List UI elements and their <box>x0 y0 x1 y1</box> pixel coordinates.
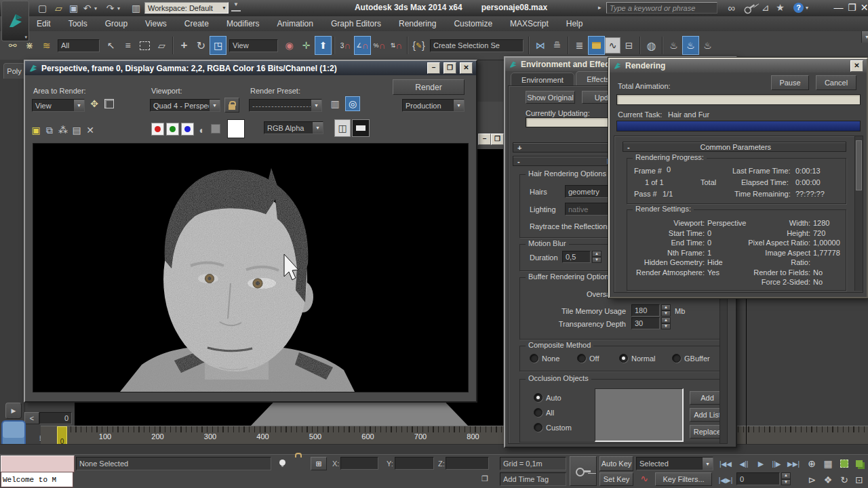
search-input[interactable]: Type a keyword or phrase <box>606 2 717 14</box>
pan-view-icon[interactable] <box>821 470 835 488</box>
keyboard-override-icon[interactable] <box>315 36 332 55</box>
occlusion-objects-listbox[interactable] <box>595 388 684 442</box>
search-collapse-icon[interactable] <box>598 4 601 11</box>
display-channel-dropdown[interactable]: RGB Alpha ▼ <box>264 121 323 134</box>
project-folder-icon[interactable] <box>127 0 144 18</box>
menu-edit[interactable]: Edit <box>33 18 55 30</box>
area-dropdown-arrow-icon[interactable]: ▼ <box>73 100 84 111</box>
snapshot-icon[interactable] <box>345 96 360 111</box>
binoculars-icon[interactable] <box>723 0 740 17</box>
maximize-viewport-toggle-icon[interactable] <box>852 470 867 488</box>
workspace-flyout-icon[interactable] <box>231 0 241 12</box>
render-production-icon[interactable] <box>699 36 716 55</box>
window-crossing-icon[interactable] <box>153 36 170 55</box>
material-editor-icon[interactable] <box>643 36 660 55</box>
use-pivot-center-icon[interactable] <box>281 36 298 55</box>
add-time-tag-field[interactable]: Add Time Tag <box>500 472 566 486</box>
select-and-rotate-icon[interactable] <box>193 36 210 55</box>
show-original-button[interactable]: Show Original <box>526 91 575 104</box>
duration-field[interactable]: 0,5 <box>562 251 591 263</box>
current-frame-field[interactable]: 0 <box>736 472 780 485</box>
align-icon[interactable] <box>549 36 566 55</box>
render-preset-dropdown[interactable]: ------------------- ▼ <box>249 99 322 112</box>
select-and-manipulate-icon[interactable] <box>298 36 315 55</box>
rfw-minimize-icon[interactable] <box>427 62 440 74</box>
area-to-render-dropdown[interactable]: View ▼ <box>32 99 85 112</box>
rfw-close-icon[interactable] <box>460 62 473 74</box>
menu-group[interactable]: Group <box>101 18 132 30</box>
save-image-icon[interactable] <box>29 121 43 140</box>
menu-modifiers[interactable]: Modifiers <box>222 18 264 30</box>
copy-image-icon[interactable] <box>43 121 56 140</box>
rfw-titlebar[interactable]: Perspective, frame 0, Display Gamma: 2,2… <box>25 61 476 75</box>
bind-to-spacewarp-icon[interactable] <box>38 36 55 55</box>
angle-snap-icon[interactable] <box>354 36 371 55</box>
workspace-arrow-icon[interactable]: ▼ <box>222 5 226 10</box>
orbit-view-icon[interactable] <box>837 470 852 488</box>
tile-memory-spinner[interactable]: ▲▼ <box>661 304 671 317</box>
percent-snap-icon[interactable]: % <box>371 36 388 55</box>
composite-none-radio[interactable]: None <box>530 354 559 363</box>
select-object-icon[interactable] <box>102 36 119 55</box>
key-mode-arrow-icon[interactable]: ▼ <box>702 458 713 470</box>
selection-set-arrow-icon[interactable]: ▼ <box>861 31 868 43</box>
time-slider-handle[interactable]: 0 <box>57 426 67 445</box>
alpha-channel-button[interactable] <box>211 124 220 134</box>
layer-manager-icon[interactable] <box>571 36 588 55</box>
menu-tools[interactable]: Tools <box>64 18 92 30</box>
composite-off-radio[interactable]: Off <box>577 354 599 363</box>
previous-frame-icon[interactable]: ◀|| <box>736 454 751 473</box>
cancel-button[interactable]: Cancel <box>816 75 856 90</box>
rendering-close-icon[interactable] <box>850 60 863 72</box>
auto-key-button[interactable]: Auto Key <box>599 456 633 471</box>
maxscript-mini-listener[interactable] <box>1 455 75 472</box>
help-dropdown-icon[interactable] <box>806 5 808 11</box>
set-key-button[interactable]: Set Key <box>599 472 633 486</box>
production-dropdown[interactable]: Production ▼ <box>402 99 465 112</box>
render-button[interactable]: Render <box>393 79 465 95</box>
close-window-icon[interactable] <box>856 0 868 17</box>
print-image-icon[interactable] <box>70 121 83 140</box>
rectangular-selection-region-icon[interactable] <box>136 36 153 55</box>
x-coordinate-field[interactable] <box>340 457 378 470</box>
clear-color-swatch[interactable] <box>227 119 245 138</box>
duration-spinner[interactable]: ▲▼ <box>592 251 601 263</box>
clone-window-icon[interactable] <box>56 121 70 140</box>
curve-editor-icon[interactable] <box>605 37 620 54</box>
composite-gbuffer-radio[interactable]: GBuffer <box>672 354 710 363</box>
green-channel-button[interactable] <box>166 123 179 136</box>
viewport-dropdown[interactable]: Quad 4 - Perspect ▼ <box>150 99 220 112</box>
play-animation-icon[interactable]: ▶ <box>754 454 768 473</box>
reference-coordinate-dropdown[interactable]: View ▼ <box>229 39 278 52</box>
spinner-snap-icon[interactable] <box>388 36 405 55</box>
key-mode-dropdown[interactable]: Selected ▼ <box>636 457 713 470</box>
common-parameters-rollout[interactable]: - Common Parameters <box>623 142 846 152</box>
display-dropdown-arrow-icon[interactable]: ▼ <box>312 122 323 134</box>
schematic-view-icon[interactable] <box>620 36 637 55</box>
red-channel-button[interactable] <box>151 123 164 136</box>
render-setup-shortcut-icon[interactable] <box>328 96 342 111</box>
mirror-icon[interactable] <box>532 36 549 55</box>
menu-help[interactable]: Help <box>562 18 587 30</box>
selection-filter-dropdown[interactable]: All ▼ <box>58 39 100 52</box>
track-expand-button[interactable] <box>5 403 22 419</box>
menu-animation[interactable]: Animation <box>273 18 317 30</box>
next-frame-icon[interactable]: ||▶ <box>769 454 784 473</box>
rfw-maximize-icon[interactable] <box>443 62 456 74</box>
redo-dropdown-icon[interactable] <box>115 0 122 18</box>
named-selection-sets-icon[interactable]: {} <box>410 36 427 55</box>
maxscript-listener-output[interactable]: Welcome to M <box>1 472 73 487</box>
viewport-lock-button[interactable] <box>224 98 239 113</box>
pause-button[interactable]: Pause <box>771 75 809 90</box>
occlusion-custom-radio[interactable]: Custom <box>534 423 572 432</box>
preset-dropdown-arrow-icon[interactable]: ▼ <box>311 100 321 111</box>
menu-customize[interactable]: Customize <box>450 18 496 30</box>
timeline-collapse-button[interactable]: < <box>24 412 39 424</box>
select-and-move-icon[interactable] <box>176 36 193 55</box>
menu-graph-editors[interactable]: Graph Editors <box>327 18 385 30</box>
tile-memory-field[interactable]: 180 <box>631 304 660 317</box>
composite-normal-radio[interactable]: Normal <box>619 354 655 363</box>
monochrome-channel-icon[interactable] <box>196 121 208 140</box>
key-icon[interactable] <box>742 5 757 12</box>
scene-explorer-icon[interactable] <box>588 36 605 55</box>
